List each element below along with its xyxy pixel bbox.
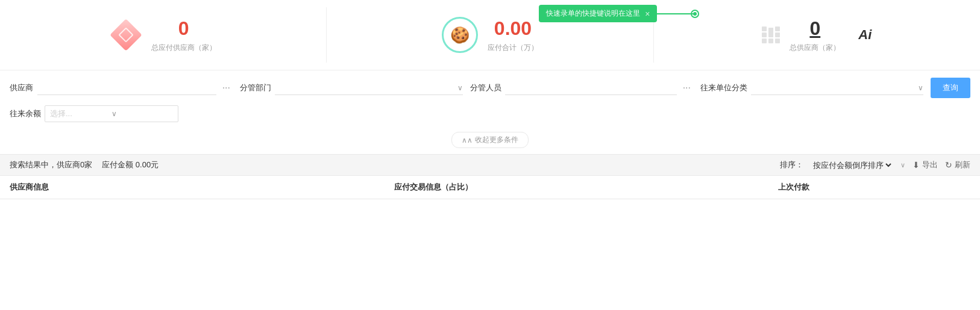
stats-bar: 0 总应付供应商（家） 🍪 0.00 应付合计（万） 快速录单的快捷键说明在这里…	[0, 0, 980, 70]
col-transaction-header: 应付交易信息（占比）	[394, 182, 779, 193]
ai-badge: Ai	[858, 27, 872, 43]
col-payment-header: 上次付款	[778, 182, 970, 193]
tooltip-bubble: 快速录单的快捷键说明在这里 ×	[539, 5, 657, 22]
results-actions: 排序： 按应付会额倒序排序 ∨ ⬇ 导出 ↻ 刷新	[780, 160, 970, 170]
sort-select[interactable]: 按应付会额倒序排序	[811, 160, 893, 170]
department-filter: 分管部门 ∨	[240, 81, 463, 95]
stat-payable-suppliers: 0 总应付供应商（家）	[0, 7, 327, 63]
collapse-chevron-up-icon: ∧∧	[462, 136, 473, 144]
tooltip-close-button[interactable]: ×	[645, 10, 650, 18]
balance-label: 往来余额	[10, 108, 41, 119]
department-label: 分管部门	[240, 82, 271, 93]
category-chevron-down-icon: ∨	[918, 84, 923, 92]
building-icon	[762, 26, 780, 43]
export-icon: ⬇	[912, 160, 920, 170]
sort-chevron-down-icon: ∨	[900, 161, 905, 169]
query-button[interactable]: 查询	[931, 78, 970, 98]
balance-placeholder: 选择...	[50, 108, 112, 119]
stat-total-suppliers: 0 总供应商（家） Ai	[654, 7, 980, 63]
payable-suppliers-value: 0	[178, 17, 189, 40]
sort-label: 排序：	[780, 160, 803, 170]
results-bar: 搜索结果中，供应商0家 应付金额 0.00元 排序： 按应付会额倒序排序 ∨ ⬇…	[0, 155, 980, 176]
tooltip-text: 快速录单的快捷键说明在这里	[546, 8, 640, 19]
amount-value: 应付金额 0.00元	[102, 160, 159, 170]
balance-filter: 往来余额 选择... ∨	[10, 105, 178, 122]
payable-total-label: 应付合计（万）	[488, 43, 538, 53]
balance-chevron-down-icon: ∨	[112, 110, 173, 118]
filter-row-2: 往来余额 选择... ∨	[10, 105, 970, 122]
results-summary: 搜索结果中，供应商0家 应付金额 0.00元	[10, 160, 159, 170]
person-input-wrap[interactable]	[505, 81, 677, 95]
supplier-dots[interactable]: ···	[220, 82, 233, 93]
table-header: 供应商信息 应付交易信息（占比） 上次付款	[0, 176, 980, 199]
mint-icon: 🍪	[450, 26, 470, 45]
collapse-row: ∧∧ 收起更多条件	[10, 129, 970, 154]
export-button[interactable]: ⬇ 导出	[912, 160, 938, 170]
collapse-label: 收起更多条件	[475, 135, 518, 145]
balance-select[interactable]: 选择... ∨	[45, 105, 178, 122]
col-supplier-header: 供应商信息	[10, 182, 394, 193]
supplier-input-wrap[interactable]	[37, 81, 216, 95]
filter-section: 供应商 ··· 分管部门 ∨ 分管人员 ··· 往来单位分类	[0, 70, 980, 155]
refresh-label: 刷新	[955, 160, 970, 170]
supplier-input[interactable]	[37, 81, 216, 95]
total-suppliers-label: 总供应商（家）	[790, 43, 840, 53]
table-body	[0, 199, 980, 310]
category-label: 往来单位分类	[700, 82, 747, 93]
person-input[interactable]	[505, 81, 677, 95]
tooltip-dot	[692, 11, 698, 17]
export-label: 导出	[922, 160, 938, 170]
person-label: 分管人员	[470, 82, 501, 93]
refresh-icon: ↻	[945, 160, 952, 170]
category-filter: 往来单位分类 ∨	[700, 81, 923, 95]
stat-payable-total: 🍪 0.00 应付合计（万） 快速录单的快捷键说明在这里 ×	[327, 7, 653, 63]
supplier-label: 供应商	[10, 82, 34, 93]
supplier-filter: 供应商 ···	[10, 81, 233, 95]
department-chevron-down-icon: ∨	[457, 84, 463, 92]
department-input[interactable]	[275, 81, 457, 95]
total-suppliers-value: 0	[809, 17, 820, 40]
refresh-button[interactable]: ↻ 刷新	[945, 160, 970, 170]
filter-row-1: 供应商 ··· 分管部门 ∨ 分管人员 ··· 往来单位分类	[10, 78, 970, 98]
payable-suppliers-label: 总应付供应商（家）	[151, 43, 216, 53]
person-filter: 分管人员 ···	[470, 81, 693, 95]
person-dots[interactable]: ···	[680, 82, 693, 93]
collapse-button[interactable]: ∧∧ 收起更多条件	[451, 132, 529, 148]
department-input-wrap[interactable]: ∨	[275, 81, 463, 95]
category-input-wrap[interactable]: ∨	[751, 81, 923, 95]
category-input[interactable]	[751, 81, 918, 95]
suppliers-count: 搜索结果中，供应商0家	[10, 160, 92, 170]
payable-total-value: 0.00	[494, 17, 532, 40]
